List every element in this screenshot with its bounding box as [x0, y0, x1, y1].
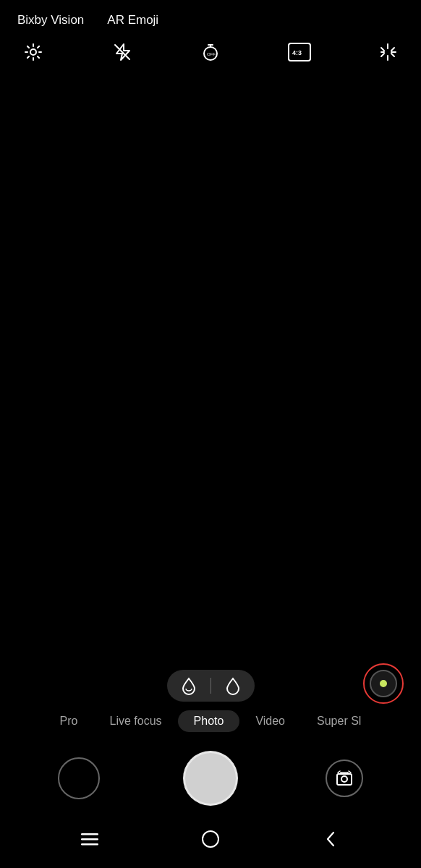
back-icon[interactable] [317, 825, 346, 854]
svg-text:OFF: OFF [207, 52, 216, 56]
svg-text:4:3: 4:3 [292, 49, 302, 56]
lens-toggle[interactable] [167, 670, 255, 702]
camera-flip-button[interactable] [326, 760, 363, 797]
bixby-vision-btn[interactable]: Bixby Vision [17, 13, 84, 27]
svg-point-0 [30, 49, 36, 55]
recents-icon[interactable] [75, 825, 104, 854]
shutter-row [0, 739, 421, 814]
mode-live-focus[interactable]: Live focus [94, 715, 178, 728]
svg-rect-18 [81, 843, 98, 846]
lens-divider [210, 678, 211, 694]
mode-row: Pro Live focus Photo Video Super Sl [0, 705, 421, 739]
mode-super-slow[interactable]: Super Sl [301, 715, 377, 728]
svg-line-12 [391, 54, 394, 56]
timer-icon[interactable]: OFF [197, 39, 224, 65]
motion-icon[interactable] [375, 39, 401, 65]
svg-rect-16 [81, 833, 98, 835]
settings-icon[interactable] [20, 39, 46, 65]
svg-point-19 [203, 831, 218, 847]
svg-line-10 [381, 48, 384, 51]
svg-line-13 [381, 54, 384, 56]
ar-emoji-btn[interactable]: AR Emoji [107, 13, 158, 27]
svg-point-15 [341, 776, 347, 782]
top-menu: Bixby Vision AR Emoji [0, 0, 421, 35]
svg-rect-17 [81, 838, 98, 841]
mode-video[interactable]: Video [239, 715, 301, 728]
gallery-button[interactable] [58, 757, 100, 799]
tele-lens-icon[interactable] [221, 674, 244, 697]
shutter-button[interactable] [183, 751, 238, 806]
toolbar: OFF 4:3 [0, 35, 421, 72]
flash-icon[interactable] [109, 39, 135, 65]
camera-selector-dot [380, 680, 387, 687]
mode-pro[interactable]: Pro [44, 715, 94, 728]
wide-lens-icon[interactable] [177, 674, 200, 697]
camera-selector-inner [370, 670, 397, 697]
camera-selector-btn[interactable] [363, 663, 404, 704]
svg-line-7 [391, 48, 394, 51]
mode-photo[interactable]: Photo [178, 710, 240, 732]
nav-bar [0, 814, 421, 868]
bottom-controls: Pro Live focus Photo Video Super Sl [0, 663, 421, 868]
ratio-icon[interactable]: 4:3 [286, 39, 312, 65]
viewfinder [0, 72, 421, 521]
home-icon[interactable] [196, 825, 225, 854]
